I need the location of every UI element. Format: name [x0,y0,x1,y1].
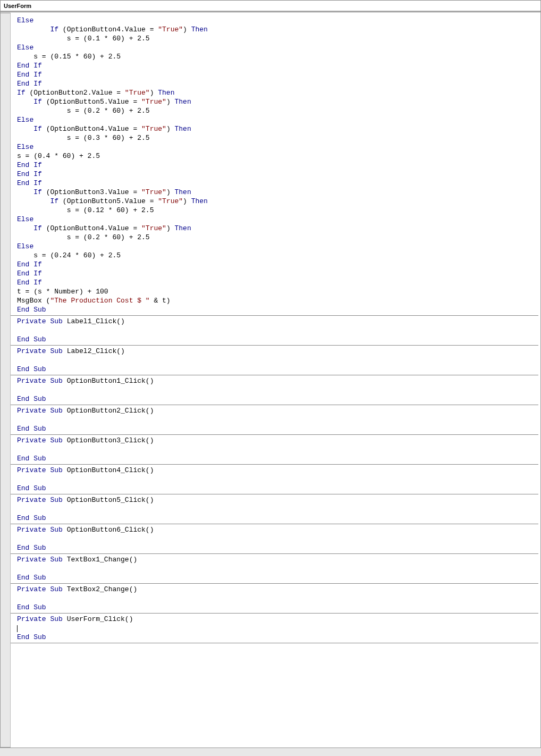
code-line[interactable]: Else [17,43,538,52]
code-line[interactable]: End If [17,269,538,278]
code-container: Else If (OptionButton4.Value = "True") T… [1,12,540,747]
code-line[interactable]: If (OptionButton5.Value = "True") Then [17,97,538,106]
code-line[interactable]: End Sub [17,514,538,523]
code-line[interactable]: If (OptionButton4.Value = "True") Then [17,224,538,233]
code-line[interactable]: Private Sub TextBox1_Change() [17,555,538,564]
code-line[interactable]: s = (0.4 * 60) + 2.5 [17,152,538,161]
code-line[interactable] [17,326,538,335]
code-line[interactable] [17,445,538,454]
text-cursor [17,625,18,632]
code-line[interactable] [17,534,538,543]
code-line[interactable] [17,624,538,633]
code-line[interactable] [17,385,538,394]
procedure-separator [11,464,538,465]
procedure-separator [11,553,538,554]
procedure-separator [11,375,538,375]
code-line[interactable]: End Sub [17,543,538,552]
code-line[interactable]: End If [17,70,538,79]
code-line[interactable]: s = (0.15 * 60) + 2.5 [17,52,538,61]
code-line[interactable]: End If [17,61,538,70]
code-line[interactable]: End If [17,260,538,269]
code-line[interactable] [17,475,538,484]
procedure-separator [11,494,538,494]
code-line[interactable]: Else [17,142,538,152]
code-line[interactable]: Private Sub OptionButton6_Click() [17,525,538,534]
code-line[interactable]: Else [17,115,538,124]
object-dropdown[interactable]: UserForm [1,0,540,12]
code-line[interactable] [17,415,538,424]
code-line[interactable]: s = (0.2 * 60) + 2.5 [17,233,538,242]
code-line[interactable]: Private Sub Label2_Click() [17,347,538,356]
procedure-separator [11,524,538,524]
code-line[interactable]: s = (0.1 * 60) + 2.5 [17,34,538,43]
code-line[interactable]: If (OptionButton4.Value = "True") Then [17,124,538,133]
procedure-separator [11,613,538,614]
code-line[interactable]: End Sub [17,573,538,582]
code-line[interactable]: If (OptionButton4.Value = "True") Then [17,25,538,34]
code-line[interactable]: Private Sub OptionButton4_Click() [17,466,538,475]
code-line[interactable]: Else [17,16,538,25]
code-line[interactable]: Private Sub TextBox2_Change() [17,585,538,594]
code-editor[interactable]: Else If (OptionButton4.Value = "True") T… [11,13,540,646]
procedure-separator [11,434,538,435]
code-line[interactable]: End Sub [17,424,538,433]
code-line[interactable]: s = (0.12 * 60) + 2.5 [17,206,538,215]
code-line[interactable]: End If [17,179,538,188]
code-line[interactable]: Else [17,242,538,251]
code-line[interactable]: If (OptionButton3.Value = "True") Then [17,188,538,197]
code-line[interactable]: s = (0.3 * 60) + 2.5 [17,133,538,142]
code-line[interactable]: Private Sub OptionButton5_Click() [17,495,538,505]
procedure-separator [11,405,538,405]
code-line[interactable]: s = (0.2 * 60) + 2.5 [17,106,538,115]
code-line[interactable]: If (OptionButton5.Value = "True") Then [17,197,538,206]
code-line[interactable]: End Sub [17,484,538,493]
code-line[interactable] [17,505,538,514]
code-line[interactable]: End Sub [17,335,538,344]
code-line[interactable]: Private Sub Label1_Click() [17,317,538,326]
code-line[interactable]: Private Sub UserForm_Click() [17,615,538,624]
object-dropdown-value: UserForm [4,3,31,9]
code-line[interactable]: End Sub [17,365,538,374]
code-line[interactable]: Private Sub OptionButton2_Click() [17,406,538,415]
code-line[interactable]: End If [17,170,538,179]
code-line[interactable]: Private Sub OptionButton1_Click() [17,376,538,385]
code-line[interactable] [17,356,538,365]
code-line[interactable]: End If [17,161,538,170]
code-line[interactable]: Private Sub OptionButton3_Click() [17,436,538,445]
code-line[interactable]: End Sub [17,633,538,642]
code-line[interactable]: End Sub [17,454,538,463]
code-line[interactable]: t = (s * Number) + 100 [17,287,538,296]
code-line[interactable] [17,564,538,573]
editor-window: UserForm Else If (OptionButton4.Value = … [0,0,541,748]
code-line[interactable]: End Sub [17,603,538,612]
procedure-separator [11,345,538,346]
code-line[interactable]: End Sub [17,394,538,404]
procedure-separator [11,643,538,643]
code-line[interactable]: Else [17,215,538,224]
code-line[interactable] [17,594,538,603]
procedure-separator [11,583,538,584]
indicator-margin[interactable] [1,13,11,747]
code-line[interactable]: End If [17,79,538,88]
code-line[interactable]: If (OptionButton2.Value = "True") Then [17,88,538,97]
code-line[interactable]: End If [17,278,538,287]
code-line[interactable]: MsgBox ("The Production Cost $ " & t) [17,296,538,305]
code-line[interactable]: s = (0.24 * 60) + 2.5 [17,251,538,260]
procedure-separator [11,315,538,316]
code-line[interactable]: End Sub [17,305,538,314]
